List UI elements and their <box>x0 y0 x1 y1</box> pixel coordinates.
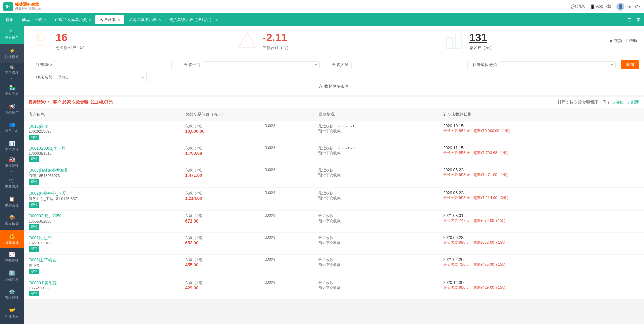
debt-ratio: 0.00% <box>265 168 308 172</box>
debt-ratio: 0.00% <box>265 257 308 261</box>
main-content: ¥ 16 总欠款客户（家） ! -2.11 欠款合计（万） <box>24 26 644 324</box>
sidebar-item-system[interactable]: ⚙️ 系统管理 <box>0 285 24 304</box>
customer-name-link[interactable]: [000002]用户2050 <box>29 214 61 218</box>
app-download-btn[interactable]: 📱 App下载 <box>590 4 611 9</box>
th-payment-status: 回款情况 <box>313 108 438 121</box>
filter-section: 往来单位 ... 分管部门 ▾ 分管人员 ... <box>24 56 644 95</box>
sidebar-quick-nav[interactable]: ⚡ 快捷导航 <box>0 44 24 63</box>
customer-name-link[interactable]: [0002]服务中心_丁磊 <box>29 191 66 196</box>
debt-ratio-cell: 0.00% <box>260 121 313 143</box>
payment-status-cell: 最近收款 预计下次收款 <box>313 165 438 188</box>
sidebar-item-purchase-mgmt[interactable]: 📋 采购管理 <box>0 193 24 211</box>
tab-close-icon[interactable]: ✕ <box>215 18 218 22</box>
overdue-date-cell: 2021.02.26 最长欠款 750 天 超期¥455.90（1笔） <box>438 255 644 277</box>
overdue-amount-link[interactable]: 超期¥10,000.00（1笔） <box>473 129 512 133</box>
th-debt-info: 欠款交易信息（占比） <box>180 108 313 121</box>
help-btn[interactable]: ? 帮助 <box>625 38 637 44</box>
customer-phone: 18665062050 <box>29 219 175 223</box>
search-button[interactable]: 查询 <box>621 60 639 69</box>
debt-ratio-cell: 0.00% <box>260 165 313 188</box>
message-icon: 💬 <box>571 4 576 9</box>
customer-phone: 13026203696 <box>29 129 175 134</box>
overdue-date-cell: 2020.10.15 最长欠款 884 天 超期¥10,000.00（1笔） <box>438 121 644 143</box>
sidebar-item-ecommerce[interactable]: 🛒 电商管理 <box>0 174 24 193</box>
overdue-amount-link[interactable]: 超期¥429.00（1笔） <box>473 285 507 289</box>
manager-input[interactable]: ... <box>351 61 468 69</box>
debt-count: 欠款（1笔） <box>185 280 255 285</box>
customer-name-link[interactable]: [0006]去下粮仓 <box>29 258 56 262</box>
svg-rect-4 <box>447 37 453 48</box>
overdue-amount-link[interactable]: 超期¥672.00（1笔） <box>473 218 507 223</box>
tab-home[interactable]: 首页 <box>2 15 18 24</box>
sidebar-search-label: 搜索菜单 <box>5 35 19 40</box>
last-payment-date: 最近收款 <box>318 190 433 196</box>
next-payment: 预计下次收款 <box>318 196 433 201</box>
unit-category-select[interactable]: ▾ <box>499 61 616 68</box>
filter-manager: 分管人员 ... <box>325 61 468 69</box>
tab-customer-account[interactable]: 客户账本 ✕ <box>95 15 124 24</box>
sidebar-item-finance[interactable]: 💰 资金管理 <box>0 230 24 248</box>
dept-select[interactable]: ▾ <box>203 61 320 68</box>
debt-info-cell: 欠款（1笔） 672.00 <box>180 211 260 233</box>
tab-purchase-stats[interactable]: 进货单统计表（按商品） ✕ <box>165 15 222 24</box>
payment-status-cell: 最近收款 2020-10-15 预计下次收款 <box>313 121 438 143</box>
tab-purchase-order[interactable]: 采购订单统计表 ✕ <box>124 15 165 24</box>
svg-marker-2 <box>239 32 256 48</box>
customer-name-link[interactable]: [0007]小进千 <box>29 236 52 240</box>
customer-name-link[interactable]: [0001020001]李老师 <box>29 146 65 151</box>
inventory-icon: 📦 <box>9 215 15 220</box>
collapse-btn[interactable]: ⋀ 收起更多条件 <box>29 82 639 91</box>
customer-name-link[interactable]: [000001]黄思源 <box>29 281 57 285</box>
sort-icon: ▾ <box>607 100 609 105</box>
tab-production-history[interactable]: 产成品入库单历史 ✕ <box>51 15 95 24</box>
tab-home-label: 首页 <box>6 17 14 23</box>
source-unit-input[interactable]: ... <box>55 61 172 69</box>
user-menu[interactable]: 👤 demo2 ▾ <box>616 3 641 11</box>
sidebar-item-business-mgmt[interactable]: 📈 经营管理 <box>0 248 24 267</box>
overdue-amount-link[interactable]: 超期¥1,214.00（3笔） <box>473 196 510 200</box>
sidebar-item-basic-info[interactable]: ℹ️ 基础信息 <box>0 267 24 285</box>
overdue-amount-link[interactable]: 超期¥1,703.68（1笔） <box>473 151 510 155</box>
filter-row-1: 往来单位 ... 分管部门 ▾ 分管人员 ... <box>29 60 639 69</box>
export-btn[interactable]: ○ 导出 <box>613 99 624 105</box>
overdue-amount-link[interactable]: 超期¥1,471.00（1笔） <box>473 173 510 177</box>
sidebar-item-retail-stats[interactable]: 📊 零售统计 <box>0 137 24 155</box>
overdue-amount-link[interactable]: 超期¥652.00（1笔） <box>473 240 507 244</box>
sidebar-item-retail-mall[interactable]: 🏪 零售商城 <box>0 81 24 100</box>
sidebar-item-newbie[interactable]: 🎯 新手引导 <box>0 322 24 324</box>
sidebar-item-enterprise[interactable]: 🤝 企业协同 <box>0 304 24 322</box>
view-video-btn[interactable]: ▶ 视频 <box>610 38 622 44</box>
debt-amount: 1,214.00 <box>185 196 255 201</box>
filter-balance-label: 往来余额 <box>29 75 52 80</box>
balance-select[interactable]: 选择... ▾ <box>55 73 147 82</box>
customer-name-link[interactable]: [0003]畅捷服务尹海燕 <box>29 168 68 173</box>
next-payment: 预计下次收款 <box>318 285 433 290</box>
app-logo-text: 畅捷通好生意 <box>15 2 42 7</box>
sort-btn[interactable]: 排序：按欠款金额倒序排序 ▾ <box>558 99 609 105</box>
tab-product-listing[interactable]: 商品上下架 ✕ <box>18 15 51 24</box>
sidebar-item-member-center[interactable]: 👥 会员中心 <box>0 118 24 137</box>
tab-close-icon[interactable]: ✕ <box>158 18 161 22</box>
sort-label: 排序：按欠款金额倒序排序 <box>558 99 606 105</box>
message-btn[interactable]: 💬 消息 <box>571 4 585 9</box>
manager-dots: ... <box>354 63 361 67</box>
refresh-btn[interactable]: ○ 刷新 <box>627 99 639 105</box>
sidebar-item-wholesale-mgmt[interactable]: 🏭 批发管理 ▾ <box>0 155 24 174</box>
tab-close-icon[interactable]: ✕ <box>89 18 91 22</box>
overdue-info: 最长欠款 747 天 超期¥672.00（1笔） <box>443 218 639 223</box>
stat-card-debt-total: ! -2.11 欠款合计（万） <box>230 26 437 56</box>
customer-phone: 陈小希 <box>29 263 175 268</box>
overdue-days: 最长欠款 998 天 <box>443 240 472 244</box>
sidebar-item-marketing[interactable]: 📢 营销推广 <box>0 100 24 118</box>
tab-close-icon[interactable]: ✕ <box>117 18 120 22</box>
sidebar-item-inventory[interactable]: 📦 库存核算 <box>0 211 24 230</box>
tab-minimize-btn[interactable]: ⊟ <box>626 16 633 23</box>
tab-close-icon[interactable]: ✕ <box>44 18 47 22</box>
customer-name-link[interactable]: [0016]吕俊 <box>29 124 48 129</box>
overdue-info: 最长欠款 750 天 超期¥455.90（1笔） <box>443 262 639 267</box>
overdue-amount-link[interactable]: 超期¥455.90（1笔） <box>473 262 507 266</box>
sidebar-search[interactable]: 🔍 搜索菜单 <box>0 26 24 44</box>
due-date: 2020.11.15 <box>443 146 639 150</box>
sidebar-item-retail-mgmt[interactable]: 🛍️ 零售管理 ▾ <box>0 63 24 81</box>
tab-expand-btn[interactable]: ⊞ <box>635 16 642 23</box>
